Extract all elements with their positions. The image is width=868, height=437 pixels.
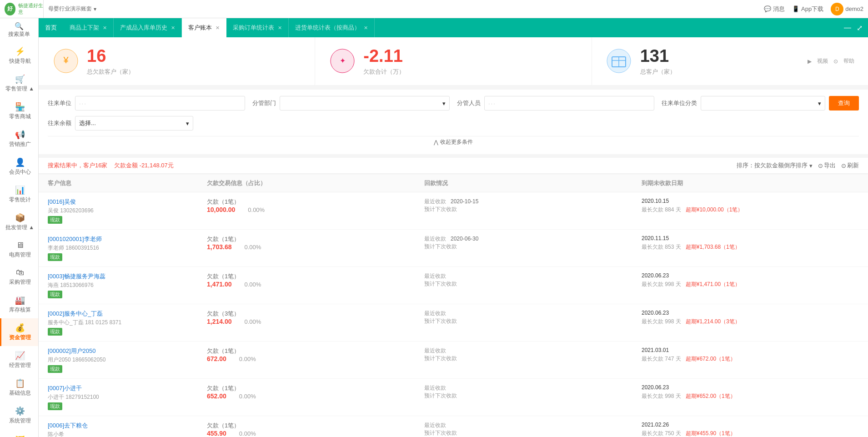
nav-icon: ⚡ bbox=[4, 46, 36, 56]
stat-value-overdue-customers: 16 bbox=[87, 46, 134, 66]
sidebar-item-operation[interactable]: 📈 经营管理 bbox=[0, 346, 38, 374]
message-btn[interactable]: 💬 消息 bbox=[764, 5, 785, 13]
export-btn[interactable]: ⊙ 导出 bbox=[818, 161, 836, 170]
logo-icon: 好 bbox=[5, 3, 15, 15]
overdue-amount-link-1[interactable]: 超期¥1,703.68（1笔） bbox=[686, 244, 740, 250]
customer-name-4[interactable]: [000002]用户2050 bbox=[48, 347, 96, 354]
tab-products-offline-close[interactable]: ✕ bbox=[103, 25, 107, 31]
sidebar-search[interactable]: 🔍 搜索菜单 bbox=[0, 18, 38, 42]
tab-purchase-order[interactable]: 采购订单统计表 ✕ bbox=[226, 18, 289, 37]
customer-phone-3: 服务中心_丁磊 181 0125 8371 bbox=[48, 319, 207, 326]
view-label[interactable]: 视频 bbox=[817, 57, 828, 65]
sidebar-basic-info-label: 基础信息 bbox=[4, 389, 36, 397]
sidebar-item-ecommerce[interactable]: 🖥 电商管理 bbox=[0, 236, 38, 263]
debt-info-6: 欠款（1笔） 455.90 0.00% bbox=[207, 422, 424, 437]
tab-product-history-close[interactable]: ✕ bbox=[171, 25, 175, 31]
overdue-amount-link-0[interactable]: 超期¥10,000.00（1笔） bbox=[686, 206, 743, 213]
tab-purchase-order-close[interactable]: ✕ bbox=[278, 25, 282, 31]
sidebar-item-marketing[interactable]: 📢 营销推广 bbox=[0, 125, 38, 153]
member-icon: 👤 bbox=[4, 157, 36, 167]
tab-home[interactable]: 首页 bbox=[39, 18, 63, 37]
sidebar-marketing-label: 营销推广 bbox=[4, 141, 36, 148]
overdue-date-6: 2021.02.26 bbox=[642, 422, 859, 428]
customer-name-1[interactable]: [0001020001]李老师 bbox=[48, 236, 102, 242]
recovery-info-2: 最近收款 预计下次收款 bbox=[424, 272, 642, 298]
recovery-last-label-3: 最近收款 bbox=[424, 310, 449, 316]
result-sort[interactable]: 排序：按欠款金额倒序排序 ▾ bbox=[737, 161, 813, 170]
app-download-btn[interactable]: 📱 App下载 bbox=[792, 5, 823, 13]
overdue-info-2: 2020.06.23 最长欠款 998 天 超期¥1,471.00（1笔） bbox=[642, 272, 859, 298]
collapse-btn[interactable]: ⋀ 收起更多条件 bbox=[48, 136, 859, 148]
tab-product-history[interactable]: 产成品入库单历史 ✕ bbox=[114, 18, 182, 37]
sidebar-item-retail-store[interactable]: 🏪 零售商城 bbox=[0, 97, 38, 125]
tab-purchase-stats-close[interactable]: ✕ bbox=[364, 25, 368, 31]
sidebar-item-nav[interactable]: ⚡ 快捷导航 bbox=[0, 42, 38, 70]
customer-phone-5: 小进干 18279152100 bbox=[48, 393, 207, 401]
sidebar-member-label: 会员中心 bbox=[4, 168, 36, 176]
industry-selector[interactable]: 母婴行业演示账套 ▾ bbox=[43, 0, 101, 18]
overdue-info-0: 2020.10.15 最长欠款 884 天 超期¥10,000.00（1笔） bbox=[642, 198, 859, 224]
recovery-next-6: 预计下次收款 bbox=[424, 429, 642, 437]
debt-count-2: 欠款（1笔） bbox=[207, 272, 424, 281]
customer-name-6[interactable]: [0006]去下粮仓 bbox=[48, 422, 88, 429]
collapse-label: 收起更多条件 bbox=[440, 138, 473, 146]
debt-percent-6: 0.00% bbox=[239, 430, 256, 437]
filter-dept: 分管部门 ▾ bbox=[252, 96, 450, 111]
export-icon: ⊙ bbox=[818, 162, 823, 169]
filter-dept-select[interactable]: ▾ bbox=[280, 96, 450, 111]
customer-name-2[interactable]: [0003]畅捷服务尹海蕊 bbox=[48, 273, 105, 280]
filter-person: 分管人员 ··· bbox=[457, 96, 654, 111]
filter-source-unit-class-select[interactable]: ▾ bbox=[701, 96, 825, 111]
tab-customer-account[interactable]: 客户账本 ✕ bbox=[182, 18, 226, 37]
overdue-amount-link-4[interactable]: 超期¥672.00（1笔） bbox=[686, 356, 736, 362]
filter-person-input[interactable]: ··· bbox=[484, 96, 654, 111]
svg-text:¥: ¥ bbox=[63, 55, 69, 65]
sidebar-item-basic-info[interactable]: 📋 基础信息 bbox=[0, 374, 38, 402]
sidebar-item-finance[interactable]: 💰 资金管理 bbox=[0, 318, 38, 346]
customer-name-3[interactable]: [0002]服务中心_丁磊 bbox=[48, 310, 103, 317]
table-header-debt: 欠款交易信息（占比） bbox=[207, 179, 424, 187]
recovery-next-5: 预计下次收款 bbox=[424, 392, 642, 400]
search-button[interactable]: 查询 bbox=[829, 96, 859, 111]
tab-products-offline[interactable]: 商品上下架 ✕ bbox=[63, 18, 114, 37]
tab-customer-account-close[interactable]: ✕ bbox=[216, 25, 220, 31]
overdue-amount-link-6[interactable]: 超期¥455.90（1笔） bbox=[686, 430, 736, 437]
customer-name-5[interactable]: [0007]小进干 bbox=[48, 385, 82, 392]
filter-balance-select[interactable]: 选择... ▾ bbox=[75, 116, 193, 131]
overdue-info-5: 2020.06.23 最长欠款 998 天 超期¥652.00（1笔） bbox=[642, 384, 859, 410]
sidebar-item-purchase[interactable]: 🛍 采购管理 bbox=[0, 263, 38, 291]
sidebar-item-system[interactable]: ⚙️ 系统管理 bbox=[0, 402, 38, 429]
filter-source-unit-input[interactable]: ··· bbox=[75, 96, 245, 111]
recovery-info-4: 最近收款 预计下次收款 bbox=[424, 347, 642, 373]
retail-mgmt-icon: 🛒 bbox=[4, 74, 36, 84]
recovery-last-6: 最近收款 bbox=[424, 422, 642, 429]
recovery-last-2: 最近收款 bbox=[424, 272, 642, 280]
sidebar-purchase-label: 采购管理 bbox=[4, 278, 36, 286]
user-profile-btn[interactable]: D demo2 bbox=[831, 3, 863, 15]
overdue-date-1: 2020.11.15 bbox=[642, 235, 859, 241]
result-actions: 排序：按欠款金额倒序排序 ▾ ⊙ 导出 ⊙ 刷新 bbox=[737, 161, 859, 170]
customer-name-0[interactable]: [0016]吴俊 bbox=[48, 198, 76, 205]
refresh-btn[interactable]: ⊙ 刷新 bbox=[841, 161, 859, 170]
overdue-amount-link-2[interactable]: 超期¥1,471.00（1笔） bbox=[686, 281, 740, 287]
sidebar-item-batch-mgmt[interactable]: 📦 批发管理 ▲ bbox=[0, 208, 38, 236]
help-label[interactable]: 帮助 bbox=[843, 57, 854, 65]
sidebar-nav-label: 快捷导航 bbox=[4, 57, 36, 65]
stat-label-overdue-customers: 总欠款客户（家） bbox=[87, 68, 134, 76]
recovery-last-label-4: 最近收款 bbox=[424, 347, 449, 354]
sidebar-item-inventory[interactable]: 🏭 库存核算 bbox=[0, 291, 38, 318]
recovery-next-2: 预计下次收款 bbox=[424, 280, 642, 288]
sidebar-item-retail-stats[interactable]: 📊 零售统计 bbox=[0, 181, 38, 208]
tab-purchase-stats[interactable]: 进货单统计表（按商品） ✕ bbox=[289, 18, 375, 37]
tab-bar-minimize-btn[interactable]: — bbox=[842, 23, 853, 33]
sidebar-item-corp-collab[interactable]: 🤝 企业协同 bbox=[0, 429, 38, 437]
stat-content-2: -2.11 欠款合计（万） bbox=[363, 46, 405, 76]
tab-bar-maximize-btn[interactable]: ⤢ bbox=[855, 23, 864, 33]
overdue-amount-link-3[interactable]: 超期¥1,214.00（3笔） bbox=[686, 318, 740, 325]
result-bar: 搜索结果中，客户16家 欠款金额 -21,148.07元 排序：按欠款金额倒序排… bbox=[39, 158, 868, 174]
overdue-amount-link-5[interactable]: 超期¥652.00（1笔） bbox=[686, 393, 736, 399]
sidebar-item-member[interactable]: 👤 会员中心 bbox=[0, 153, 38, 181]
sidebar-item-retail-mgmt[interactable]: 🛒 零售管理 ▲ bbox=[0, 70, 38, 97]
recovery-next-label-6: 预计下次收款 bbox=[424, 430, 457, 436]
tab-customer-account-label: 客户账本 bbox=[188, 24, 212, 32]
